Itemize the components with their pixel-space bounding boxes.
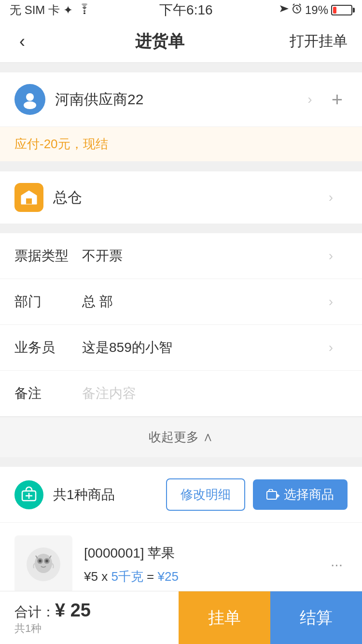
alarm-icon <box>292 3 302 17</box>
status-bar-time: 下午6:16 <box>159 1 213 19</box>
battery-percent: 19% <box>305 3 328 17</box>
svg-point-8 <box>24 101 36 109</box>
svg-point-0 <box>84 13 85 14</box>
wifi-icon <box>77 3 92 17</box>
divider-2 <box>0 162 362 171</box>
page-title: 进货单 <box>135 30 184 53</box>
hang-order-button[interactable]: 挂单 <box>179 591 270 644</box>
products-header: 共1种商品 修改明细 选择商品 <box>0 467 362 523</box>
svg-rect-9 <box>26 198 32 204</box>
supplier-section: 河南供应商22 › + 应付-20元，现结 <box>0 72 362 162</box>
multiply-sign: x <box>101 569 111 584</box>
svg-point-18 <box>39 560 42 562</box>
product-code: [0000001] <box>84 546 144 560</box>
department-chevron-icon: › <box>329 294 333 309</box>
location-icon <box>280 3 289 17</box>
select-product-label: 选择商品 <box>284 486 334 503</box>
warehouse-icon <box>14 183 43 212</box>
status-bar: 无 SIM 卡 ✦ 下午6:16 19% <box>0 0 362 20</box>
svg-line-5 <box>293 4 294 5</box>
salesperson-row[interactable]: 业务员 这是859的小智 › <box>0 325 362 371</box>
sim-status: 无 SIM 卡 ✦ <box>10 2 73 18</box>
invoice-row[interactable]: 票据类型 不开票 › <box>0 233 362 279</box>
status-bar-right: 19% <box>280 3 352 17</box>
warehouse-row[interactable]: 总仓 › <box>0 171 362 224</box>
total-label: 合计： <box>14 603 55 621</box>
supplier-row[interactable]: 河南供应商22 › + <box>0 72 362 127</box>
supplier-notice: 应付-20元，现结 <box>0 127 362 162</box>
invoice-value: 不开票 <box>72 247 329 265</box>
status-bar-left: 无 SIM 卡 ✦ <box>10 2 92 18</box>
total-amount: ¥ 25 <box>55 600 91 621</box>
invoice-chevron-icon: › <box>329 248 333 264</box>
svg-point-19 <box>45 560 48 562</box>
product-thumbnail <box>14 535 72 593</box>
svg-point-15 <box>35 554 52 573</box>
invoice-label: 票据类型 <box>14 247 72 265</box>
svg-point-7 <box>26 93 34 101</box>
product-price: ¥5 x 5千克 = ¥25 <box>84 568 326 585</box>
divider-4 <box>0 457 362 467</box>
form-section: 票据类型 不开票 › 部门 总 部 › 业务员 这是859的小智 › 备注 备注… <box>0 233 362 417</box>
svg-line-4 <box>297 9 298 10</box>
divider-3 <box>0 224 362 233</box>
back-button[interactable]: ‹ <box>14 27 30 56</box>
open-pending-button[interactable]: 打开挂单 <box>290 31 348 51</box>
divider-1 <box>0 63 362 72</box>
remark-row[interactable]: 备注 备注内容 <box>0 371 362 417</box>
department-row[interactable]: 部门 总 部 › <box>0 279 362 325</box>
equals-sign: = <box>147 569 157 584</box>
warehouse-section: 总仓 › <box>0 171 362 224</box>
checkout-button[interactable]: 结算 <box>270 591 362 644</box>
add-supplier-button[interactable]: + <box>327 89 348 111</box>
salesperson-label: 业务员 <box>14 338 72 357</box>
products-count: 共1种商品 <box>53 486 166 504</box>
total-section: 合计： ¥ 25 共1种 <box>0 600 179 636</box>
salesperson-value: 这是859的小智 <box>72 338 329 357</box>
unit-price: ¥5 <box>84 569 98 584</box>
warehouse-name: 总仓 <box>53 188 329 208</box>
supplier-chevron-icon: › <box>307 92 312 107</box>
department-label: 部门 <box>14 293 72 311</box>
product-name: [0000001] 苹果 <box>84 544 326 562</box>
supplier-avatar <box>14 84 45 115</box>
more-options-button[interactable]: ··· <box>326 551 348 577</box>
remark-label: 备注 <box>14 384 72 403</box>
edit-detail-button[interactable]: 修改明细 <box>166 478 245 511</box>
total-count: 共1种 <box>14 621 164 636</box>
svg-rect-11 <box>267 491 277 499</box>
battery-fill <box>333 7 336 14</box>
supplier-name: 河南供应商22 <box>55 90 307 110</box>
warehouse-chevron-icon: › <box>329 190 333 205</box>
quantity: 5千克 <box>111 569 143 584</box>
collapse-button[interactable]: 收起更多 ∧ <box>0 417 362 457</box>
battery-icon <box>331 5 352 15</box>
svg-line-6 <box>299 4 301 5</box>
nav-bar: ‹ 进货单 打开挂单 <box>0 20 362 63</box>
product-info: [0000001] 苹果 ¥5 x 5千克 = ¥25 <box>84 544 326 585</box>
bottom-bar: 合计： ¥ 25 共1种 挂单 结算 <box>0 591 362 644</box>
select-product-button[interactable]: 选择商品 <box>253 479 348 510</box>
svg-marker-1 <box>280 5 289 12</box>
products-icon <box>14 480 43 509</box>
item-total: ¥25 <box>158 569 179 584</box>
product-title: 苹果 <box>148 546 175 560</box>
products-section: 共1种商品 修改明细 选择商品 <box>0 467 362 605</box>
department-value: 总 部 <box>72 293 329 311</box>
remark-placeholder: 备注内容 <box>72 384 348 403</box>
salesperson-chevron-icon: › <box>329 340 333 355</box>
